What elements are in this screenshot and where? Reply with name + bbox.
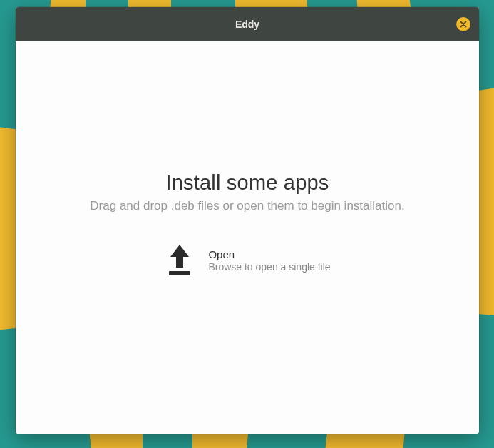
open-file-button[interactable]: Open Browse to open a single file: [164, 245, 330, 276]
svg-marker-0: [170, 245, 189, 268]
titlebar[interactable]: Eddy: [16, 7, 479, 41]
window-title: Eddy: [235, 19, 259, 30]
app-window: Eddy Install some apps Drag and drop .de…: [16, 7, 479, 434]
close-icon: [460, 21, 467, 28]
action-title: Open: [208, 248, 330, 260]
upload-icon: [164, 245, 195, 276]
page-title: Install some apps: [165, 171, 329, 195]
open-file-text: Open Browse to open a single file: [208, 248, 330, 273]
content-area[interactable]: Install some apps Drag and drop .deb fil…: [16, 41, 479, 434]
action-description: Browse to open a single file: [208, 261, 330, 273]
close-button[interactable]: [456, 17, 470, 31]
svg-rect-1: [169, 271, 190, 275]
page-subtitle: Drag and drop .deb files or open them to…: [90, 199, 404, 213]
desktop: Eddy Install some apps Drag and drop .de…: [0, 0, 494, 448]
